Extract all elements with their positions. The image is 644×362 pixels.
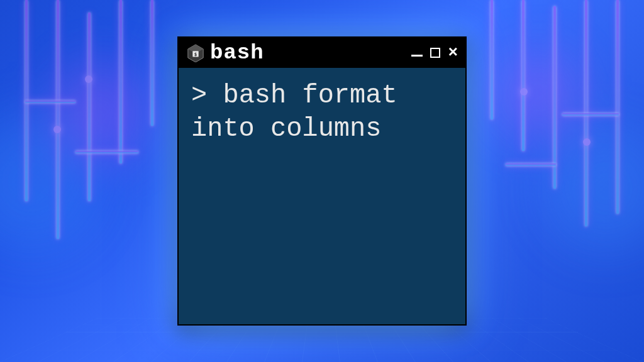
prompt-symbol: > bbox=[191, 80, 207, 111]
bash-shell-icon: $ bbox=[186, 43, 205, 62]
maximize-icon bbox=[430, 48, 440, 58]
terminal-body[interactable]: > bash format into columns bbox=[179, 68, 465, 324]
window-controls: × bbox=[411, 47, 458, 60]
svg-text:$: $ bbox=[194, 52, 197, 57]
window-title: bash bbox=[210, 41, 406, 65]
close-icon: × bbox=[448, 47, 458, 60]
maximize-button[interactable] bbox=[430, 48, 440, 58]
close-button[interactable]: × bbox=[448, 47, 458, 60]
terminal-window: $ bash × > bash format into columns bbox=[177, 36, 467, 326]
minimize-icon bbox=[411, 55, 423, 57]
titlebar[interactable]: $ bash × bbox=[179, 38, 465, 68]
minimize-button[interactable] bbox=[411, 48, 423, 57]
command-text: bash format into columns bbox=[191, 80, 397, 144]
